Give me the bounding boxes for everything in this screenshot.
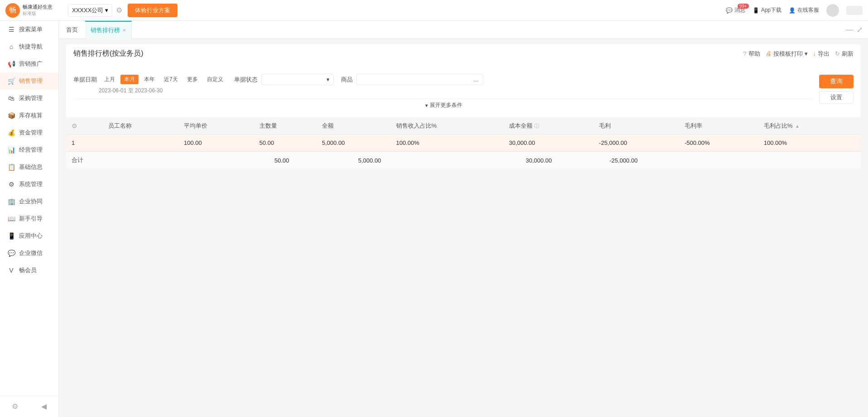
sidebar-item-inventory[interactable]: 📦 库存核算 (0, 107, 58, 124)
cell-name (103, 135, 178, 151)
footer-sales-pct (436, 157, 520, 164)
sidebar-icon-shortcut: ⌂ (7, 43, 15, 51)
sidebar-icon-marketing: 📢 (7, 60, 15, 68)
template-print-button[interactable]: 🖨 按模板打印 ▾ (766, 50, 808, 58)
footer-cost: 30,000.00 (520, 157, 604, 164)
sidebar-settings-button[interactable]: ⚙ (10, 400, 20, 412)
col-avg-price: 平均单价 (178, 117, 254, 135)
sidebar-icon-guide: 📖 (7, 215, 15, 223)
sidebar-item-basics[interactable]: 📋 基础信息 (0, 158, 58, 176)
sidebar-collapse-button[interactable]: ◀ (39, 400, 48, 412)
sidebar-icon-search: ☰ (7, 25, 15, 34)
tab-close-icon[interactable]: × (123, 27, 126, 34)
help-icon: ? (743, 50, 746, 57)
goods-more-icon: … (473, 76, 479, 83)
status-select[interactable]: ▾ (261, 74, 334, 85)
sidebar-item-search[interactable]: ☰ 搜索菜单 (0, 21, 58, 38)
sidebar-item-apps[interactable]: 📱 应用中心 (0, 227, 58, 244)
sidebar-item-member[interactable]: V 畅会员 (0, 262, 58, 279)
export-label: 导出 (818, 50, 830, 58)
footer-data: 50.00 5,000.00 30,000.00 -25,000.00 (101, 157, 855, 164)
tab-home[interactable]: 首页 (59, 21, 85, 39)
sidebar-label-apps: 应用中心 (19, 232, 43, 240)
date-filter: 单据日期 上月 本月 本年 近7天 更多 自定义 (73, 75, 227, 84)
sidebar-item-wechat[interactable]: 💬 企业微信 (0, 244, 58, 262)
service-icon: 👤 (789, 7, 796, 14)
date-tab-more[interactable]: 更多 (183, 75, 201, 84)
sidebar-label-shortcut: 快捷导航 (19, 43, 43, 51)
expand-more-button[interactable]: ▾ 展开更多条件 (73, 98, 814, 112)
sidebar-label-purchase: 采购管理 (19, 94, 43, 102)
footer-amount: 5,000.00 (353, 157, 436, 164)
col-amount: 全额 (317, 117, 391, 135)
date-tab-this-month[interactable]: 本月 (120, 75, 139, 84)
message-badge: 99+ (738, 4, 749, 9)
online-service-button[interactable]: 👤 在线客服 (789, 6, 819, 14)
settings-col-icon[interactable]: ⚙ (72, 122, 77, 129)
export-button[interactable]: ↓ 导出 (813, 50, 830, 58)
sidebar-item-sales[interactable]: 🛒 销售管理 (0, 72, 58, 90)
data-table: ⚙ 员工名称 平均单价 主数量 全额 销售收入占比% 成本全额 ⓘ (66, 117, 861, 151)
goods-select[interactable]: … (356, 74, 483, 85)
sidebar-label-inventory: 库存核算 (19, 111, 43, 120)
sidebar-label-wechat: 企业微信 (19, 249, 43, 257)
sidebar-item-system[interactable]: ⚙ 系统管理 (0, 176, 58, 193)
footer-gross-rate (688, 157, 772, 164)
tab-expand-icon[interactable]: ⤢ (857, 25, 863, 34)
sidebar-icon-inventory: 📦 (7, 111, 15, 120)
sidebar-item-guide[interactable]: 📖 新手引导 (0, 210, 58, 227)
trial-button[interactable]: 体验行业方案 (128, 4, 177, 17)
sidebar-item-finance[interactable]: 💰 资金管理 (0, 124, 58, 141)
col-settings: ⚙ (66, 117, 103, 135)
footer-quantity: 50.00 (269, 157, 353, 164)
logo-icon: 畅 (5, 3, 20, 18)
sidebar-item-enterprise[interactable]: 🏢 企业协同 (0, 193, 58, 210)
print-icon: 🖨 (766, 50, 772, 57)
refresh-icon: ↻ (835, 50, 840, 57)
refresh-button[interactable]: ↻ 刷新 (835, 50, 854, 58)
help-label: 帮助 (748, 50, 760, 58)
sidebar-label-basics: 基础信息 (19, 163, 43, 171)
date-range: 2023-06-01 至 2023-06-30 (99, 87, 163, 94)
cell-avg-price: 100.00 (178, 135, 254, 151)
avatar[interactable] (826, 4, 839, 17)
sidebar-icon-sales: 🛒 (7, 77, 15, 85)
settings-button[interactable]: 设置 (819, 91, 854, 104)
sidebar-icon-finance: 💰 (7, 129, 15, 137)
tab-minimize-icon[interactable]: — (846, 26, 853, 34)
date-tab-custom[interactable]: 自定义 (203, 75, 227, 84)
sidebar-label-search: 搜索菜单 (19, 25, 43, 34)
date-tab-last-month[interactable]: 上月 (101, 75, 119, 84)
query-button[interactable]: 查询 (819, 75, 854, 88)
online-service-label: 在线客服 (797, 6, 819, 14)
sidebar-item-marketing[interactable]: 📢 营销推广 (0, 55, 58, 72)
sidebar: ☰ 搜索菜单 ⌂ 快捷导航 📢 营销推广 🛒 销售管理 🛍 采购管理 📦 库存核… (0, 21, 59, 417)
footer-avg (185, 157, 269, 164)
sort-icon: ▲ (795, 124, 800, 129)
header-actions: ? 帮助 🖨 按模板打印 ▾ ↓ 导出 (743, 50, 854, 58)
gear-icon[interactable]: ⚙ (116, 6, 122, 14)
sidebar-item-operations[interactable]: 📊 经营管理 (0, 141, 58, 158)
footer-gross-pct (772, 157, 855, 164)
col-gross: 毛利 (594, 117, 679, 135)
sidebar-label-system: 系统管理 (19, 180, 43, 188)
expand-icon: ▾ (425, 102, 428, 109)
company-selector[interactable]: XXXXX公司 ▾ (68, 4, 112, 17)
sidebar-label-sales: 销售管理 (19, 77, 43, 85)
col-name: 员工名称 (103, 117, 178, 135)
sidebar-item-shortcut[interactable]: ⌂ 快捷导航 (0, 38, 58, 55)
goods-label: 商品 (341, 76, 353, 84)
sidebar-icon-apps: 📱 (7, 232, 15, 240)
date-tab-this-year[interactable]: 本年 (140, 75, 158, 84)
help-button[interactable]: ? 帮助 (743, 50, 760, 58)
goods-filter: 商品 … (341, 74, 483, 85)
home-tab-label: 首页 (66, 26, 78, 34)
cell-gross-rate: -500.00% (679, 135, 758, 151)
sidebar-item-purchase[interactable]: 🛍 采购管理 (0, 90, 58, 107)
app-download-button[interactable]: 📱 App下载 (753, 6, 782, 14)
tab-sales-ranking[interactable]: 销售排行榜 × (85, 21, 132, 39)
cost-info-icon[interactable]: ⓘ (534, 123, 539, 129)
date-tab-7days[interactable]: 近7天 (160, 75, 182, 84)
table-footer: 合计 50.00 5,000.00 30,000.00 -25,000.00 (66, 151, 861, 169)
message-button[interactable]: 💬 消息 99+ (726, 6, 745, 14)
